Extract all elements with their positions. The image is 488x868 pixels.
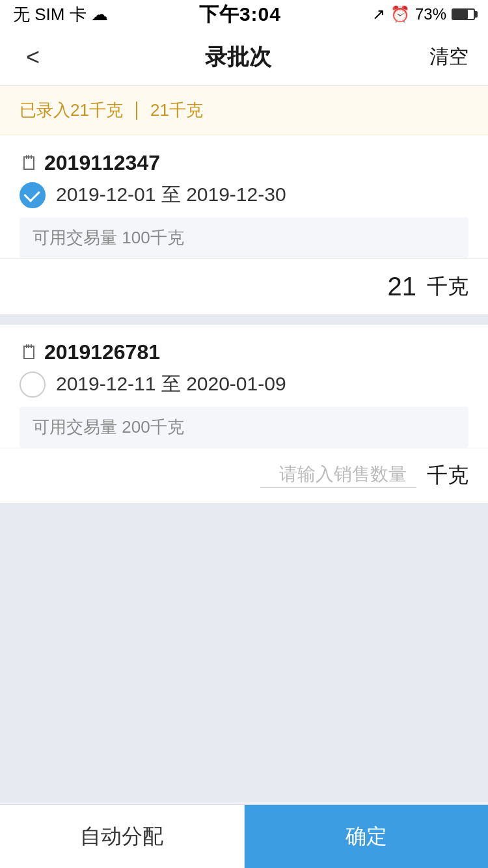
batch-unit-2: 千克 [427,461,468,490]
arrow-icon: ↗ [372,5,385,23]
batch-input-value-1: 21 [20,272,416,301]
page-title: 录批次 [205,42,271,72]
status-time: 下午3:04 [199,1,281,28]
batch-date-text-1: 2019-12-01 至 2019-12-30 [56,182,286,208]
batch-id-icon-1: 🗒 [20,152,39,174]
batch-date-text-2: 2019-12-11 至 2020-01-09 [56,371,286,398]
batch-available-1: 可用交易量 100千克 [20,217,468,258]
summary-value: 21千克 [150,99,203,122]
status-left: 无 SIM 卡 ☁ [13,3,108,26]
summary-bar: 已录入21千克 21千克 [0,86,488,135]
batch-radio-1[interactable] [20,182,46,208]
battery-icon [452,8,475,20]
batch-radio-2[interactable] [20,372,46,398]
batch-id-icon-2: 🗒 [20,342,39,364]
nav-bar: < 录批次 清空 [0,29,488,86]
no-sim-label: 无 SIM 卡 ☁ [13,3,108,26]
batch-id-text-2: 2019126781 [44,340,160,364]
status-right: ↗ ⏰ 73% [372,5,475,23]
summary-recorded-label: 已录入21千克 [20,99,123,122]
batch-input-row-2[interactable]: 千克 [0,448,488,503]
confirm-button[interactable]: 确定 [245,805,489,868]
batch-input-field-2[interactable] [260,464,416,488]
status-bar: 无 SIM 卡 ☁ 下午3:04 ↗ ⏰ 73% [0,0,488,29]
section-separator [0,314,488,325]
batch-item-2: 🗒 2019126781 2019-12-11 至 2020-01-09 可用交… [0,325,488,503]
batch-input-row-1: 21 千克 [0,258,488,314]
alarm-icon: ⏰ [390,5,410,23]
bottom-bar: 自动分配 确定 [0,804,488,868]
battery-label: 73% [415,5,446,23]
batch-unit-1: 千克 [427,273,468,301]
batch-available-2: 可用交易量 200千克 [20,407,468,448]
gray-filler [0,503,488,802]
auto-distribute-button[interactable]: 自动分配 [0,805,245,868]
clear-button[interactable]: 清空 [429,44,468,70]
batch-item-1: 🗒 2019112347 2019-12-01 至 2019-12-30 可用交… [0,135,488,314]
back-button[interactable]: < [20,37,46,77]
summary-divider [136,102,137,120]
batch-id-text-1: 2019112347 [44,151,160,175]
